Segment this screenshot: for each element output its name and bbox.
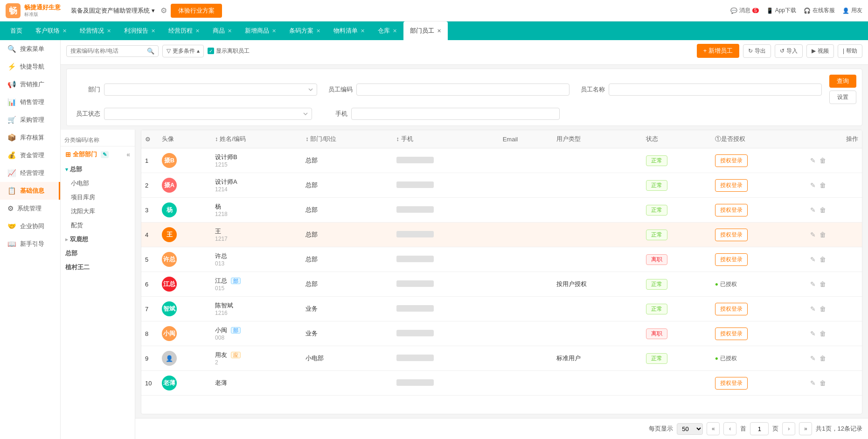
sidebar-item-marketing[interactable]: 📢 营销推广 [0,76,60,93]
edit-icon[interactable]: ✎ [810,280,816,288]
dept-node-project[interactable]: 项目库房 [61,190,135,204]
dept-node-zongbu[interactable]: ▾ 总部 [61,162,135,176]
import-button[interactable]: ↺ 导入 [775,44,803,58]
delete-icon[interactable]: 🗑 [819,206,826,214]
emp-status-select[interactable] [104,108,312,120]
sidebar-item-system[interactable]: ⚙ 系统管理 [0,200,60,217]
close-icon[interactable]: ✕ [151,28,155,34]
gear-button[interactable]: ⚙ [160,6,167,15]
dept-select[interactable] [104,84,317,96]
online-service-button[interactable]: 🎧 在线客服 [804,7,835,14]
nav-barcode[interactable]: 条码方案✕ [283,21,327,40]
collapse-dept-icon[interactable]: « [126,151,130,158]
delete-icon[interactable]: 🗑 [819,256,826,263]
query-button[interactable]: 查询 [829,75,856,88]
next-page-btn[interactable]: › [782,422,795,435]
edit-icon[interactable]: ✎ [810,256,816,263]
app-download-button[interactable]: 📱 App下载 [766,7,796,14]
show-inactive-toggle[interactable]: ✓ 显示离职员工 [208,47,250,55]
user-profile[interactable]: 👤 用友 [842,7,862,14]
auth-login-button[interactable]: 授权登录 [715,154,748,167]
edit-icon[interactable]: ✎ [810,231,816,238]
close-icon[interactable]: ✕ [316,28,320,34]
sidebar-item-quicknav[interactable]: ⚡ 快捷导航 [0,58,60,76]
page-number-input[interactable] [750,422,769,435]
close-icon[interactable]: ✕ [437,28,441,34]
col-dept-pos[interactable]: ↕ 部门/职位 [302,130,392,148]
edit-icon[interactable]: ✎ [810,181,816,189]
nav-home[interactable]: 首页 [4,21,29,40]
close-icon[interactable]: ✕ [361,28,365,34]
emp-name-input[interactable] [609,84,822,96]
system-title-select[interactable]: 装备及固定资产辅助管理系统 ▾ [71,7,155,15]
dept-node-peihuo[interactable]: 配货 [61,218,135,232]
col-name-code[interactable]: ↕ 姓名/编码 [211,130,302,148]
delete-icon[interactable]: 🗑 [819,231,826,238]
video-button[interactable]: ▶ 视频 [806,44,834,58]
dept-node-zongbu2[interactable]: 总部 [61,246,135,260]
delete-icon[interactable]: 🗑 [819,280,826,288]
auth-login-button[interactable]: 授权登录 [715,229,748,241]
nav-add-goods[interactable]: 新增商品✕ [238,21,283,40]
phone-input[interactable] [351,108,559,120]
sidebar-item-purchase[interactable]: 🛒 采购管理 [0,111,60,129]
nav-department[interactable]: 部门员工✕ [403,21,448,40]
dept-node-xiaodibu[interactable]: 小电部 [61,176,135,190]
dept-node-shuanglu[interactable]: ▸ 双鹿想 [61,232,135,246]
auth-login-button[interactable]: 授权登录 [715,204,748,216]
nav-customer[interactable]: 客户联络✕ [29,21,73,40]
dept-search-input[interactable] [64,137,134,143]
nav-goods[interactable]: 商品✕ [206,21,238,40]
help-button[interactable]: | 帮助 [838,44,862,58]
edit-icon[interactable]: ✎ [810,206,816,214]
dept-all-depts[interactable]: ⊞ 全部部门 ✎ « [61,146,135,162]
delete-icon[interactable]: 🗑 [819,355,826,362]
edit-icon[interactable]: ✎ [810,157,816,164]
col-phone[interactable]: ↕ 手机 [393,130,499,148]
prev-page-btn[interactable]: ‹ [723,422,736,435]
edit-icon[interactable]: ✎ [810,305,816,313]
sidebar-item-search[interactable]: 🔍 搜索菜单 [0,40,60,58]
per-page-select[interactable]: 50 20 100 [677,423,703,435]
auth-login-button[interactable]: 授权登录 [715,179,748,192]
auth-login-button[interactable]: 授权登录 [715,303,748,315]
first-page-btn[interactable]: « [707,422,720,435]
close-icon[interactable]: ✕ [62,28,67,34]
delete-icon[interactable]: 🗑 [819,157,826,164]
sidebar-item-basic-info[interactable]: 📋 基础信息 [0,182,60,200]
delete-icon[interactable]: 🗑 [819,305,826,313]
close-icon[interactable]: ✕ [393,28,397,34]
sidebar-item-guide[interactable]: 📖 新手引导 [0,235,60,253]
more-filter-btn[interactable]: ▽ 更多条件 ▴ [162,45,204,57]
sidebar-item-collab[interactable]: 🤝 企业协同 [0,217,60,235]
add-employee-button[interactable]: + 新增员工 [697,44,739,58]
sidebar-item-operations[interactable]: 📈 经营管理 [0,164,60,182]
auth-login-button[interactable]: 授权登录 [715,253,748,266]
emp-code-input[interactable] [356,84,569,96]
delete-icon[interactable]: 🗑 [819,330,826,337]
nav-warehouse[interactable]: 仓库✕ [371,21,403,40]
auth-login-button[interactable]: 授权登录 [715,377,748,390]
auth-login-button[interactable]: 授权登录 [715,328,748,340]
experience-button[interactable]: 体验行业方案 [171,4,222,18]
close-icon[interactable]: ✕ [228,28,232,34]
close-icon[interactable]: ✕ [272,28,276,34]
nav-business[interactable]: 经营情况✕ [73,21,118,40]
messages-button[interactable]: 💬 消息 5 [730,7,759,14]
dept-node-zhicun[interactable]: 植村王二 [61,260,135,274]
edit-icon[interactable]: ✎ [810,330,816,337]
nav-bom[interactable]: 物料清单✕ [327,21,371,40]
nav-journey[interactable]: 经营历程✕ [162,21,206,40]
sidebar-item-inventory[interactable]: 📦 库存核算 [0,129,60,146]
delete-icon[interactable]: 🗑 [819,181,826,189]
last-page-btn[interactable]: » [799,422,812,435]
close-icon[interactable]: ✕ [107,28,111,34]
edit-icon[interactable]: ✎ [810,355,816,362]
sidebar-item-finance[interactable]: 💰 资金管理 [0,146,60,164]
nav-profit[interactable]: 利润报告✕ [118,21,162,40]
col-settings[interactable]: ⚙ [141,130,158,148]
export-button[interactable]: ↻ 导出 [743,44,771,58]
reset-button[interactable]: 设置 [829,91,856,104]
edit-icon[interactable]: ✎ [810,379,816,387]
delete-icon[interactable]: 🗑 [819,379,826,387]
